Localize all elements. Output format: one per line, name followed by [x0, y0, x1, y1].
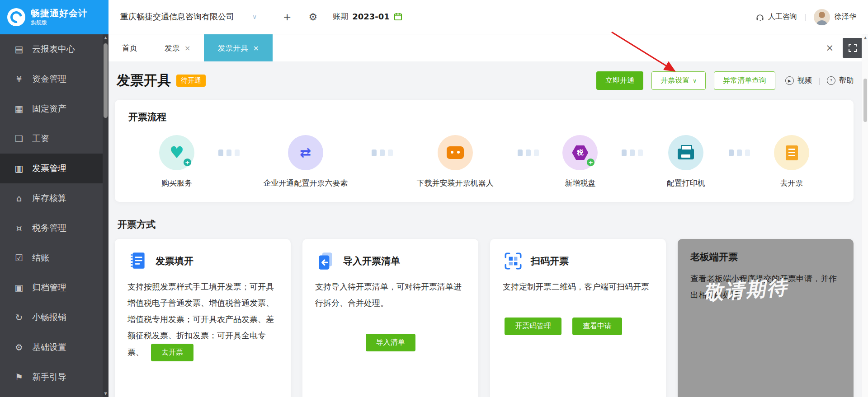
- method-card-boss-invoice: 老板端开票 查看老板端小程序提交的开票申请，并作出相应的处理。 敬请期待: [678, 239, 854, 397]
- sidebar-item-basic-settings[interactable]: ⚙基础设置: [0, 332, 108, 362]
- warehouse-icon: ⌂: [14, 193, 24, 204]
- tab-invoice[interactable]: 发票×: [151, 34, 204, 61]
- help-link[interactable]: ?帮助: [827, 76, 854, 85]
- close-all-icon[interactable]: ×: [826, 42, 834, 53]
- status-badge: 待开通: [176, 75, 206, 87]
- sidebar: ▤云报表中心 ¥资金管理 ▦固定资产 ❏工资 ▥发票管理 ⌂库存核算 ¤税务管理…: [0, 34, 108, 397]
- sidebar-item-archive[interactable]: ▣归档管理: [0, 273, 108, 303]
- printer-icon: [668, 135, 703, 170]
- activate-now-button[interactable]: 立即开通: [596, 71, 643, 90]
- tab-bar: 首页 发票× 发票开具× ×: [108, 34, 868, 61]
- fullscreen-icon[interactable]: [843, 38, 863, 58]
- import-list-icon: [315, 251, 336, 271]
- robot-icon: [438, 135, 473, 170]
- flow-step-go-invoice[interactable]: 去开票: [774, 135, 809, 188]
- scroll-up-icon[interactable]: ▲: [103, 36, 108, 40]
- import-list-button[interactable]: 导入清单: [366, 334, 415, 351]
- sidebar-item-cloud-reports[interactable]: ▤云报表中心: [0, 34, 108, 64]
- scroll-down-icon[interactable]: ▼: [103, 392, 108, 396]
- main-scrollbar-thumb[interactable]: [863, 79, 867, 122]
- accounting-period-selector[interactable]: 账期 2023-01: [333, 11, 402, 23]
- sidebar-item-reimbursement[interactable]: ↻小畅报销: [0, 303, 108, 332]
- toolbar-divider: |: [818, 77, 821, 85]
- main-scrollbar[interactable]: ▲: [862, 34, 868, 397]
- support-link[interactable]: 人工咨询: [755, 12, 797, 22]
- flow-title: 开票流程: [128, 111, 840, 123]
- brand-logo[interactable]: 畅捷通好会计 旗舰版: [0, 0, 108, 34]
- tab-home[interactable]: 首页: [108, 34, 151, 61]
- archive-icon: ▣: [14, 282, 24, 293]
- period-label: 账期: [333, 11, 348, 22]
- sidebar-item-payroll[interactable]: ❏工资: [0, 124, 108, 154]
- sidebar-scrollbar-thumb[interactable]: [104, 43, 108, 118]
- app-window: 畅捷通好会计 旗舰版 重庆畅捷交通信息咨询有限公司 ∨ + ⚙ 账期 2023-…: [0, 0, 868, 397]
- sidebar-item-funds[interactable]: ¥资金管理: [0, 64, 108, 94]
- sidebar-scrollbar[interactable]: ▲ ▼: [103, 34, 108, 397]
- invoice-settings-button[interactable]: 开票设置∨: [651, 71, 706, 90]
- sidebar-item-inventory[interactable]: ⌂库存核算: [0, 183, 108, 213]
- flow-connector: [705, 149, 774, 156]
- abnormal-list-button[interactable]: 异常清单查询: [714, 71, 775, 90]
- user-menu[interactable]: 徐泽华: [814, 9, 856, 25]
- sidebar-item-invoice-management[interactable]: ▥发票管理: [0, 154, 108, 183]
- close-icon[interactable]: ×: [253, 44, 259, 52]
- play-icon: ▶: [785, 76, 794, 85]
- question-icon: ?: [827, 76, 835, 85]
- coin-icon: ¤: [14, 223, 24, 234]
- method-card-import-list: 导入开票清单 支持导入待开票清单，可对待开票清单进行拆分、合并处理。 导入清单: [302, 239, 478, 397]
- refresh-icon: ↻: [14, 312, 24, 323]
- sidebar-item-invite-users[interactable]: ♦邀请用户: [0, 392, 108, 397]
- page-content: 发票开具 待开通 立即开通 开票设置∨ 异常清单查询 ▶视频 | ?帮助 开票流…: [108, 61, 868, 397]
- company-name: 重庆畅捷交通信息咨询有限公司: [120, 11, 234, 22]
- methods-title: 开票方式: [118, 218, 854, 231]
- flow-step-configure-printer[interactable]: 配置打印机: [667, 135, 705, 188]
- card-desc: 支持定制开票二维码，客户端可扫码开票: [503, 279, 653, 295]
- building-icon: ▦: [14, 103, 24, 114]
- card-desc: 查看老板端小程序提交的开票申请，并作出相应的处理。: [690, 271, 841, 303]
- sidebar-item-beginner-guide[interactable]: ⚑新手引导: [0, 362, 108, 392]
- card-desc: 支持导入待开票清单，可对待开票清单进行拆分、合并处理。: [315, 279, 466, 311]
- chevron-down-icon: ∨: [252, 13, 257, 20]
- card-icon: ❏: [14, 133, 24, 144]
- tab-invoice-issuance[interactable]: 发票开具×: [204, 34, 272, 61]
- close-icon[interactable]: ×: [184, 44, 190, 52]
- flow-step-add-tax-disk[interactable]: 税+ 新增税盘: [562, 135, 598, 188]
- sidebar-item-closing[interactable]: ☑结账: [0, 243, 108, 273]
- flow-step-install-robot[interactable]: 下载并安装开票机器人: [417, 135, 494, 188]
- tax-hexagon-icon: 税+: [562, 135, 598, 170]
- view-requests-button[interactable]: 查看申请: [572, 318, 622, 335]
- flow-connector: [348, 149, 416, 156]
- flow-step-configure-elements[interactable]: ⇄ 企业开通配置开票六要素: [263, 135, 348, 188]
- sidebar-item-fixed-assets[interactable]: ▦固定资产: [0, 94, 108, 124]
- scroll-up-icon[interactable]: ▲: [862, 36, 868, 40]
- headset-icon: [755, 13, 764, 22]
- header-divider: |: [804, 13, 807, 21]
- avatar: [814, 9, 830, 25]
- go-invoice-button[interactable]: 去开票: [151, 344, 193, 361]
- flow-connector: [494, 149, 562, 156]
- transfer-icon: ⇄: [288, 135, 323, 170]
- qr-scan-icon: [503, 251, 524, 271]
- flow-step-buy-service[interactable]: ♥+ 购买服务: [159, 135, 194, 188]
- company-selector[interactable]: 重庆畅捷交通信息咨询有限公司 ∨: [118, 8, 268, 26]
- chevron-down-icon: ∨: [693, 78, 697, 84]
- qr-code-manage-button[interactable]: 开票码管理: [505, 318, 561, 335]
- video-link[interactable]: ▶视频: [785, 76, 812, 85]
- add-account-set-button[interactable]: +: [281, 10, 293, 23]
- invoice-icon: ▥: [14, 163, 24, 174]
- period-value: 2023-01: [352, 12, 390, 21]
- check-icon: ☑: [14, 252, 24, 263]
- sidebar-item-tax[interactable]: ¤税务管理: [0, 213, 108, 243]
- invoice-fill-icon: [127, 251, 148, 271]
- method-card-invoice-fill: 发票填开 支持按照发票样式手工填开发票；可开具增值税电子普通发票、增值税普通发票…: [115, 239, 291, 397]
- chart-icon: ▤: [14, 44, 24, 55]
- support-label: 人工咨询: [768, 12, 797, 22]
- invoicing-flow-card: 开票流程 ♥+ 购买服务 ⇄ 企业开通配置开票六要素: [115, 100, 854, 202]
- page-title: 发票开具: [117, 71, 171, 90]
- method-card-qr-invoice: 扫码开票 支持定制开票二维码，客户端可扫码开票 开票码管理 查看申请: [490, 239, 666, 397]
- top-header: 畅捷通好会计 旗舰版 重庆畅捷交通信息咨询有限公司 ∨ + ⚙ 账期 2023-…: [0, 0, 868, 34]
- heart-plus-icon: ♥+: [159, 135, 194, 170]
- gear-icon: ⚙: [14, 342, 24, 353]
- money-icon: ¥: [14, 74, 24, 84]
- gear-icon[interactable]: ⚙: [307, 10, 319, 23]
